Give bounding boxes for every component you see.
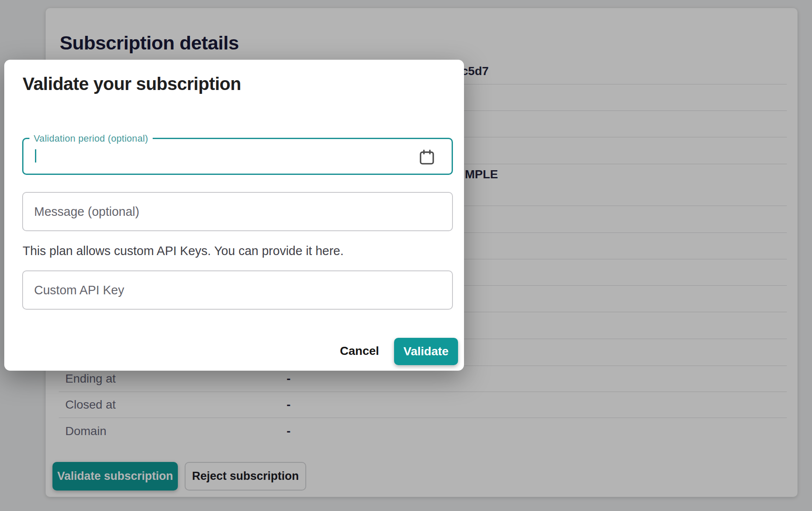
calendar-icon	[418, 148, 436, 166]
dialog-actions: Cancel Validate	[4, 337, 464, 365]
text-cursor	[35, 149, 36, 163]
calendar-picker-button[interactable]	[418, 148, 436, 167]
message-field[interactable]	[22, 192, 453, 231]
custom-api-key-input[interactable]	[23, 271, 452, 309]
api-key-helper-text: This plan allows custom API Keys. You ca…	[23, 244, 344, 258]
validate-button[interactable]: Validate	[394, 338, 458, 365]
dialog-title: Validate your subscription	[23, 74, 241, 94]
validation-period-field[interactable]: Validation period (optional)	[22, 138, 453, 175]
custom-api-key-field[interactable]	[22, 270, 453, 310]
message-input[interactable]	[23, 193, 452, 230]
validate-subscription-dialog: Validate your subscription Validation pe…	[4, 60, 464, 371]
cancel-button[interactable]: Cancel	[332, 338, 387, 364]
validation-period-input[interactable]	[23, 139, 452, 174]
